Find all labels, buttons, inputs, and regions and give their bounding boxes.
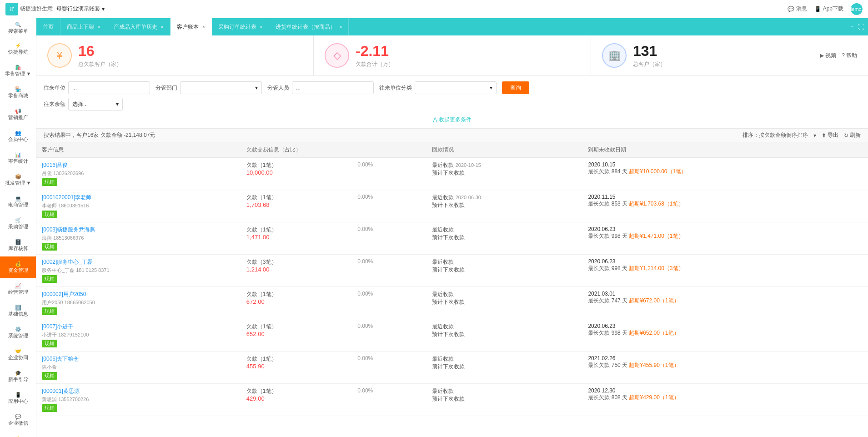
debt-amount-3[interactable]: 1,214.00 xyxy=(246,266,343,273)
collapse-icon: ⋀ xyxy=(433,116,437,123)
tab-purchase-goods-stats-close[interactable]: × xyxy=(339,25,342,30)
cell-recovery-2: 最近收款 预计下次收款 xyxy=(426,222,582,255)
user-profile[interactable]: demo2 xyxy=(851,3,863,15)
sidebar-item-apps[interactable]: 📱 应用中心 xyxy=(0,387,36,409)
customer-name-link-7[interactable]: [000001]黄思源 xyxy=(42,388,80,394)
tab-maximize-button[interactable]: ⛶ xyxy=(858,23,864,30)
tab-product-onoff-close[interactable]: × xyxy=(98,25,100,30)
debt-amount-4[interactable]: 672.00 xyxy=(246,298,343,305)
overdue-amount-4[interactable]: 超期¥672.00（1笔） xyxy=(629,297,679,304)
tab-purchase-stats-close[interactable]: × xyxy=(260,25,263,30)
tab-minimize-button[interactable]: － xyxy=(849,23,855,31)
filter-person-input[interactable] xyxy=(292,81,374,94)
overdue-days-text-5: 最长欠款 998 天 xyxy=(588,330,629,336)
overdue-amount-0[interactable]: 超期¥10,000.00（1笔） xyxy=(629,168,687,175)
customer-name-link-6[interactable]: [0006]去下粮仓 xyxy=(42,356,79,362)
sidebar-item-member[interactable]: 👥 会员中心 xyxy=(0,126,36,147)
overdue-amount-3[interactable]: 超期¥1,214.00（3笔） xyxy=(629,265,683,271)
sidebar-item-retail-mgmt[interactable]: 🛍️ 零售管理 ▼ xyxy=(0,60,36,82)
results-summary: 搜索结果中，客户16家 欠款金额 -21,148.07元 xyxy=(44,131,155,139)
tab-product-onoff[interactable]: 商品上下架 × xyxy=(60,18,107,35)
debt-amount-0[interactable]: 10,000.00 xyxy=(246,169,343,176)
stat-info-debt: 16 总欠款客户（家） xyxy=(78,43,122,68)
content-area: ¥ 16 总欠款客户（家） ◇ -2.11 欠款合计（万） 🏢 xyxy=(36,35,868,437)
customer-name-link-2[interactable]: [0003]畅捷服务尹海燕 xyxy=(42,226,95,233)
filter-unit-type-select[interactable]: ▾ xyxy=(415,81,497,94)
sidebar-item-quick-nav[interactable]: ⚡ 快捷导航 xyxy=(0,38,36,60)
next-payment-3: 预计下次收款 xyxy=(432,266,577,274)
last-payment-label-4: 最近收款 xyxy=(432,291,454,297)
overdue-amount-5[interactable]: 超期¥652.00（1笔） xyxy=(629,330,679,336)
apps-label: 应用中心 xyxy=(2,398,34,405)
overdue-date-0: 2020.10.15 xyxy=(588,161,863,168)
sidebar-item-retail-mall[interactable]: 🏪 零售商城 xyxy=(0,82,36,104)
tab-customer-account[interactable]: 客户账本 × xyxy=(171,18,212,35)
refresh-button[interactable]: ↻ 刷新 xyxy=(844,131,861,139)
filter-balance-select[interactable]: 选择... ▾ xyxy=(68,98,123,111)
debt-amount-1[interactable]: 1,703.68 xyxy=(246,201,343,208)
filter-source-unit-input[interactable] xyxy=(68,81,150,94)
sidebar-item-collab[interactable]: 🤝 企业协同 xyxy=(0,344,36,366)
tab-purchase-goods-stats[interactable]: 进货单统计表（按商品） × xyxy=(269,18,349,35)
tab-production-history[interactable]: 产成品入库单历史 × xyxy=(107,18,171,35)
store-selector[interactable]: 母婴行业演示账套 ▾ xyxy=(56,5,105,13)
customer-name-link-3[interactable]: [0002]服务中心_丁磊 xyxy=(42,259,93,265)
tab-customer-account-close[interactable]: × xyxy=(202,25,205,30)
sidebar-item-system[interactable]: ⚙️ 系统管理 xyxy=(0,322,36,344)
sort-dropdown-icon: ▾ xyxy=(813,132,816,139)
filter-dept-select[interactable]: ▾ xyxy=(180,81,262,94)
debt-amount-6[interactable]: 455.90 xyxy=(246,363,343,370)
debt-percent-7: 0.00% xyxy=(357,387,373,394)
sidebar-item-inventory[interactable]: 🗄️ 库存核算 xyxy=(0,235,36,256)
app-download-icon: 📱 xyxy=(814,6,821,12)
sidebar-item-operations[interactable]: 📈 经营管理 xyxy=(0,278,36,300)
sidebar-search[interactable]: 🔍 搜索菜单 xyxy=(0,18,36,38)
sidebar-item-ecommerce[interactable]: 💻 电商管理 xyxy=(0,191,36,213)
sidebar-item-guide[interactable]: 🎓 新手引导 xyxy=(0,366,36,387)
message-button[interactable]: 💬 消息 xyxy=(788,5,807,13)
sidebar-item-wechat[interactable]: 💬 企业微信 xyxy=(0,409,36,431)
sidebar-item-wholesale[interactable]: 📦 批发管理 ▼ xyxy=(0,169,36,191)
customer-name-link-0[interactable]: [0016]吕俊 xyxy=(42,162,68,168)
overdue-days-7: 最长欠款 808 天 超期¥429.00（1笔） xyxy=(588,394,863,402)
filter-dept-label: 分管部门 xyxy=(156,84,177,92)
tab-home[interactable]: 首页 xyxy=(36,18,60,35)
customer-name-link-5[interactable]: [0007]小进干 xyxy=(42,323,73,330)
tab-purchase-stats[interactable]: 采购订单统计表 × xyxy=(212,18,270,35)
retail-stats-icon: 📊 xyxy=(2,152,34,158)
next-payment-1: 预计下次收款 xyxy=(432,201,577,209)
cell-debt-percent-7: 0.00% xyxy=(348,384,426,416)
sidebar-item-member-vip[interactable]: ⭐ 畅会员 xyxy=(0,431,36,437)
next-payment-4: 预计下次收款 xyxy=(432,298,577,306)
help-action[interactable]: ? 帮助 xyxy=(842,52,857,60)
debt-count-4: 欠款（1笔） xyxy=(246,291,343,298)
debt-amount-7[interactable]: 429.00 xyxy=(246,395,343,402)
tab-purchase-stats-label: 采购订单统计表 xyxy=(218,23,256,31)
sidebar-item-marketing[interactable]: 📢 营销推广 xyxy=(0,104,36,126)
tab-production-history-close[interactable]: × xyxy=(161,25,164,30)
search-button[interactable]: 查询 xyxy=(502,81,529,94)
customer-name-link-4[interactable]: [000002]用户2050 xyxy=(42,291,86,297)
sidebar-item-retail-stats[interactable]: 📊 零售统计 xyxy=(0,147,36,169)
recovery-info-5: 最近收款 xyxy=(432,323,577,331)
th-due-date: 到期未收款日期 xyxy=(582,142,868,158)
export-button[interactable]: ⬆ 导出 xyxy=(822,131,838,139)
customer-tag-6: 现销 xyxy=(42,372,57,380)
sidebar-item-basic-info[interactable]: ℹ️ 基础信息 xyxy=(0,300,36,322)
overdue-amount-7[interactable]: 超期¥429.00（1笔） xyxy=(629,394,679,401)
customer-name-link-1[interactable]: [0001020001]李老师 xyxy=(42,194,91,201)
video-action[interactable]: ▶ 视频 xyxy=(820,52,836,60)
sidebar-item-finance[interactable]: 💰 资金管理 xyxy=(0,256,36,278)
collapse-row[interactable]: ⋀ 收起更多条件 xyxy=(44,114,861,126)
overdue-amount-6[interactable]: 超期¥455.90（1笔） xyxy=(629,362,679,368)
quick-nav-icon: ⚡ xyxy=(2,43,34,49)
cell-due-date-1: 2020.11.15 最长欠款 853 天 超期¥1,703.68（1笔） xyxy=(582,190,868,222)
overdue-amount-2[interactable]: 超期¥1,471.00（1笔） xyxy=(629,233,683,239)
overdue-amount-1[interactable]: 超期¥1,703.68（1笔） xyxy=(629,201,683,207)
sidebar-item-purchase[interactable]: 🛒 采购管理 xyxy=(0,213,36,235)
debt-percent-4: 0.00% xyxy=(357,291,373,297)
debt-amount-2[interactable]: 1,471.00 xyxy=(246,234,343,241)
message-label: 消息 xyxy=(796,5,807,13)
debt-amount-5[interactable]: 652.00 xyxy=(246,331,343,337)
app-download-button[interactable]: 📱 App下载 xyxy=(814,5,843,13)
